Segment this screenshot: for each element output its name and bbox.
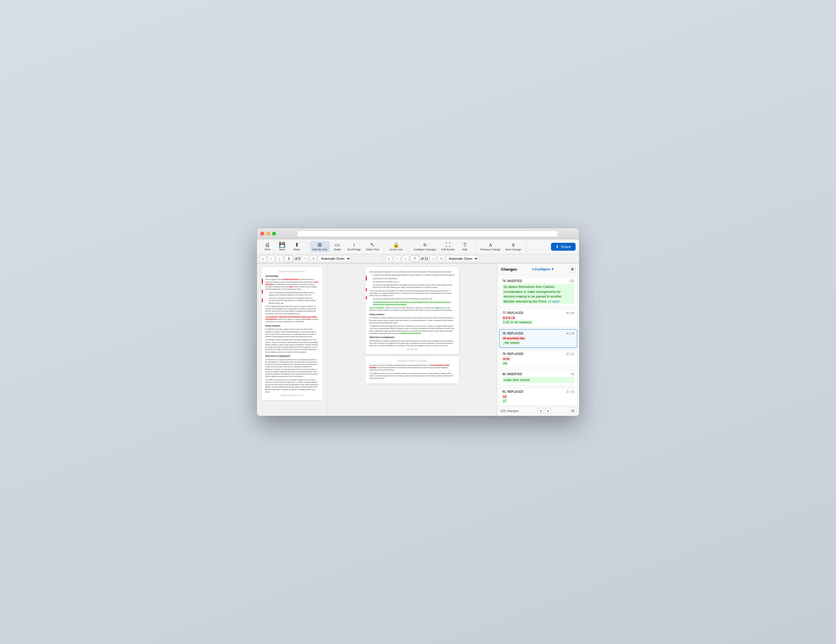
single-button[interactable]: ▭ Single [330, 241, 345, 252]
scroll-page-button[interactable]: ↕ Scroll Page [345, 241, 363, 252]
left-para-210: 2.10 If a Minister becomes aware that a … [265, 305, 319, 315]
change-77-header: 77. REPLACED -4 | +4 [502, 311, 574, 315]
close-button[interactable] [260, 232, 264, 235]
right-page-input[interactable] [410, 255, 419, 262]
next-icon: ∨ [511, 242, 515, 248]
share-main-button[interactable]: ⬆ Share [551, 243, 576, 251]
change-80-type: 80. INSERTED [502, 373, 522, 376]
share-toolbar-button[interactable]: ⬆ Share [290, 241, 304, 252]
left-para-213: 2.13 Ministers should encourage family m… [265, 339, 319, 353]
changes-header: Changes ● Configure ▼ ⊞ [497, 264, 579, 275]
change-81-header: 81. REPLACED -1 | +1 [502, 390, 574, 393]
right-doc-page-top: make appropriate arrangements to ensure … [365, 267, 459, 354]
full-screen-button[interactable]: ⛶ Full Screen [439, 241, 457, 252]
toolbar-group-navigate: ∧ Previous Change ∨ Next Change [478, 241, 527, 252]
change-79-header: 79. REPLACED -2 | +1 [502, 352, 574, 355]
changes-title: Changes [501, 267, 517, 271]
traffic-lights [260, 232, 276, 235]
change-78-type: 78. REPLACED [502, 332, 523, 335]
right-search-icon: ⌕ [388, 257, 390, 260]
changes-layout-button[interactable]: ⊞ [569, 266, 576, 272]
left-page-header: STATEMENT OF MINISTERIAL ETHICS [265, 271, 319, 273]
right-doc-toolbar: ⌕ ↑ ↓ of 11 − + Automatic Zoom [383, 254, 579, 263]
left-document-panel: STATEMENT OF MINISTERIAL ETHICS Sharehol… [257, 264, 327, 416]
right-change-bar-2 [366, 288, 367, 291]
select-text-button[interactable]: ↖ Select Text [364, 241, 381, 252]
scroll-icon: ↕ [353, 242, 355, 248]
side-by-side-icon: ⊞ [318, 242, 322, 248]
change-81-del: 12 [502, 395, 507, 399]
configure-changes-button[interactable]: ≡ Configure Changes [411, 241, 439, 252]
left-para-214: 2.14 Ministers are required to withdraw … [265, 359, 319, 378]
left-search-button[interactable]: ⌕ [260, 255, 266, 262]
left-page-up-button[interactable]: ↑ [268, 255, 274, 262]
changes-prev-button[interactable]: ∧ [538, 408, 544, 414]
maximize-button[interactable] [272, 232, 276, 235]
right-up-icon: ↑ [396, 257, 398, 260]
change-81-content: 12 17 [502, 395, 574, 404]
change-79-type: 79. REPLACED [502, 352, 523, 355]
right-change-bar-3 [366, 297, 367, 299]
print-button[interactable]: 🖨 Print [260, 241, 274, 252]
left-zoom-select[interactable]: Automatic Zoom [318, 255, 351, 262]
right-intro: make appropriate arrangements to ensure … [369, 271, 455, 273]
right-page-total: of 11 [421, 257, 428, 260]
right-para-219: 2.19 Ministers are required to withdraw … [369, 340, 455, 347]
change-bar-3 [262, 299, 263, 302]
scroll-lock-button[interactable]: 🔒 Scroll Lock [387, 241, 405, 252]
change-77-del: 2.1 1 . If [502, 316, 515, 320]
right-search-button[interactable]: ⌕ [386, 255, 392, 262]
main-content: STATEMENT OF MINISTERIAL ETHICS Sharehol… [257, 264, 579, 416]
print-icon: 🖨 [265, 242, 270, 248]
left-shareholdings-heading: Shareholdings [265, 275, 319, 278]
changes-expand-button[interactable]: ⊡ [570, 408, 576, 414]
minimize-button[interactable] [266, 232, 270, 235]
change-80-content: under their control [502, 377, 574, 383]
change-81-ins: 17 [502, 399, 507, 403]
help-icon: ? [464, 242, 466, 248]
changes-next-button[interactable]: ∨ [545, 408, 551, 414]
left-other-heading: Other forms of employment [265, 355, 319, 357]
previous-change-button[interactable]: ∧ Previous Change [478, 241, 503, 252]
change-item-78[interactable]: 78. REPLACED -4 | +3 of any kind, the , … [499, 329, 577, 348]
right-zoom-in[interactable]: + [438, 255, 444, 262]
next-change-button[interactable]: ∨ Next Change [503, 241, 524, 252]
right-item-215-i: (i) declare any interests to the Cabinet… [373, 298, 455, 300]
left-zoom-in[interactable]: + [310, 255, 317, 262]
url-bar[interactable] [297, 230, 558, 237]
right-item-i: (i) referral of the decision making resp… [373, 274, 455, 276]
change-bar-1 [262, 279, 263, 284]
right-page-header-bottom: STATEMENT OF MINISTERIAL STANDARDS [369, 360, 455, 362]
change-76-header: 76. INSERTED +22 [502, 279, 574, 283]
configure-link[interactable]: ● Configure ▼ [532, 267, 554, 271]
right-zoom-select[interactable]: Automatic Zoom [446, 255, 478, 262]
right-page-up-button[interactable]: ↑ [394, 255, 400, 262]
left-page-down-button[interactable]: ↓ [276, 255, 282, 262]
change-76-count: +22 [569, 279, 574, 283]
change-bar-2 [262, 290, 263, 293]
right-item-ii: (ii) divestment of the shareholding; [373, 277, 455, 280]
change-item-76[interactable]: 76. INSERTED +22 (ii) absent themselves … [499, 277, 577, 307]
left-doc-toolbar: ⌕ ↑ ↓ of 9 − + Automatic Zoom [257, 254, 383, 263]
changes-total: 105 changes [500, 409, 519, 412]
change-80-count: +3 [571, 373, 574, 376]
left-zoom-out[interactable]: − [302, 255, 309, 262]
changes-sidebar: Changes ● Configure ▼ ⊞ 76. INSERTED +22… [497, 264, 579, 416]
change-item-81[interactable]: 81. REPLACED -1 | +1 12 17 [499, 388, 577, 406]
save-button[interactable]: 💾 Save [275, 241, 289, 252]
change-item-80[interactable]: 80. INSERTED +3 under their control [499, 370, 577, 386]
right-item-iii: (iii) establishment of a Blind Trust; or [373, 280, 455, 283]
right-para-218: 2.18 Ministers should encourage family m… [369, 325, 455, 334]
change-item-77[interactable]: 77. REPLACED -4 | +4 2.1 1 . If 2.16. If… [499, 309, 577, 328]
left-family-heading: Family members [265, 324, 319, 328]
changes-footer: 105 changes ∧ ∨ ⊡ [497, 406, 579, 416]
side-by-side-button[interactable]: ⊞ Side By Side [310, 241, 330, 252]
right-zoom-out[interactable]: − [430, 255, 436, 262]
main-toolbar: 🖨 Print 💾 Save ⬆ Share ⊞ Side By Side ▭ … [257, 239, 579, 254]
left-page-input[interactable] [284, 255, 293, 262]
help-button[interactable]: ? Help [458, 241, 472, 252]
change-76-type: 76. INSERTED [502, 279, 522, 283]
right-page-down-button[interactable]: ↓ [402, 255, 409, 262]
toolbar-group-view: ⊞ Side By Side ▭ Single ↕ Scroll Page ↖ … [310, 241, 384, 252]
change-item-79[interactable]: 79. REPLACED -2 | +1 or to via [499, 350, 577, 368]
